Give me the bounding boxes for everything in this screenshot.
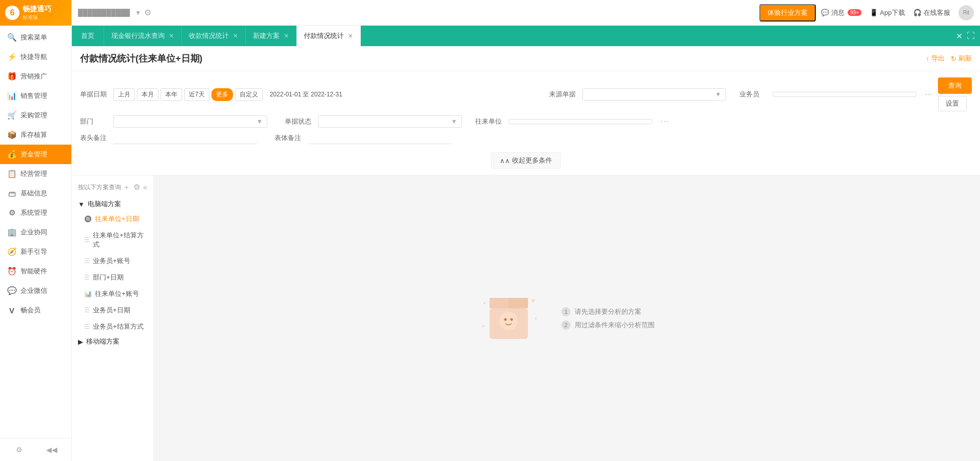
date-range-display: 2022-01-01 至 2022-12-31	[270, 90, 342, 99]
salesperson-select[interactable]	[773, 92, 916, 97]
sidebar-item-operations[interactable]: 📋 经营管理	[0, 164, 71, 184]
tab-home[interactable]: 首页	[72, 26, 104, 46]
tab-receipt-stats-close[interactable]: ✕	[233, 32, 238, 39]
date-btn-custom[interactable]: 自定义	[235, 88, 263, 101]
date-btn-this-year[interactable]: 本年	[161, 88, 182, 101]
basic-info-icon: 🗃	[7, 189, 16, 198]
trial-btn[interactable]: 体验行业方案	[759, 4, 816, 22]
salesperson-more-icon[interactable]: ···	[925, 90, 933, 99]
sidebar-item-hardware[interactable]: ⏰ 智能硬件	[0, 262, 71, 281]
tab-new-plan[interactable]: 新建方案 ✕	[246, 26, 297, 46]
sidebar-item-weixin[interactable]: 💬 企业微信	[0, 281, 71, 300]
scheme-item-radio-icon: 🔘	[84, 215, 92, 223]
scheme-item-salesperson-account[interactable]: ☰ 业务员+账号	[72, 253, 153, 269]
sidebar-item-marketing[interactable]: 🎁 营销推广	[0, 67, 71, 86]
dropdown-icon[interactable]: ▼	[135, 9, 141, 16]
scheme-section-desktop[interactable]: ▼ 电脑端方案	[72, 197, 153, 211]
top-gear-icon[interactable]: ⚙	[144, 8, 151, 17]
user-avatar[interactable]: Rit	[958, 5, 974, 21]
member-icon: V	[7, 306, 16, 315]
top-header-actions: 💬 消息 99+ 📱 App下载 🎧 在线客服 Rit	[821, 5, 974, 21]
tab-new-plan-label: 新建方案	[253, 31, 280, 41]
header-note-input[interactable]	[113, 132, 257, 144]
doc-status-select[interactable]: ▼	[318, 115, 462, 128]
body-note-input[interactable]	[308, 132, 452, 144]
date-buttons: 上月 本月 本年 近7天 更多 自定义	[113, 88, 263, 101]
funds-label: 资金管理	[21, 150, 47, 159]
purchase-icon: 🛒	[7, 111, 16, 120]
query-btn[interactable]: 查询	[938, 77, 972, 94]
source-label: 来源单据	[549, 90, 577, 99]
online-service-label: 在线客服	[924, 8, 950, 17]
sidebar-item-inventory[interactable]: 📦 库存核算	[0, 125, 71, 145]
messages-action[interactable]: 💬 消息 99+	[821, 8, 861, 17]
scheme-item-salesperson-date[interactable]: ☰ 业务员+日期	[72, 302, 153, 318]
refresh-icon: ↻	[951, 55, 956, 63]
step-2-text: 用过滤条件来缩小分析范围	[575, 320, 655, 330]
tab-maximize[interactable]: ⛶	[967, 31, 975, 41]
inventory-icon: 📦	[7, 130, 16, 139]
sidebar-item-quick-nav[interactable]: ⚡ 快捷导航	[0, 47, 71, 67]
date-btn-7days[interactable]: 近7天	[184, 88, 209, 101]
tab-bank-flow-close[interactable]: ✕	[169, 32, 174, 39]
avatar-text: Rit	[963, 10, 969, 15]
dept-label: 部门	[80, 117, 108, 126]
sidebar-item-enterprise[interactable]: 🏢 企业协同	[0, 223, 71, 242]
date-btn-last-month[interactable]: 上月	[113, 88, 135, 101]
scheme-item-salesperson-settle-label: 业务员+结算方式	[93, 322, 144, 331]
tab-bar: 首页 现金银行流水查询 ✕ 收款情况统计 ✕ 新建方案 ✕ 付款情况统计 ✕ ✕…	[72, 26, 980, 46]
source-select[interactable]: ▼	[582, 88, 726, 101]
sidebar-item-system[interactable]: ⚙ 系统管理	[0, 203, 71, 223]
partner-more-icon[interactable]: ···	[660, 117, 669, 126]
date-btn-more[interactable]: 更多	[211, 88, 233, 101]
date-btn-this-month[interactable]: 本月	[137, 88, 159, 101]
scheme-panel-title: 按以下方案查询	[78, 183, 121, 192]
refresh-btn[interactable]: ↻ 刷新	[951, 54, 972, 63]
scheme-item-partner-date[interactable]: 🔘 往来单位+日期	[72, 211, 153, 227]
dept-select[interactable]: ▼	[113, 115, 267, 128]
scheme-item-salesperson-settle[interactable]: ☰ 业务员+结算方式	[72, 318, 153, 335]
tab-receipt-stats[interactable]: 收款情况统计 ✕	[182, 26, 246, 46]
export-icon: ↑	[926, 55, 930, 63]
scheme-item-dept-date[interactable]: ☰ 部门+日期	[72, 269, 153, 286]
online-service-action[interactable]: 🎧 在线客服	[913, 8, 950, 17]
scheme-section-mobile[interactable]: ▶ 移动端方案	[72, 335, 153, 348]
tab-bank-flow[interactable]: 现金银行流水查询 ✕	[104, 26, 182, 46]
step-1-text: 请先选择要分析的方案	[575, 307, 641, 316]
query-wrap: 查询 设置	[938, 77, 972, 111]
sidebar-collapse-btn[interactable]: ◀◀	[38, 443, 67, 457]
tab-payment-stats[interactable]: 付款情况统计 ✕	[297, 26, 361, 46]
scheme-item-salesperson-account-label: 业务员+账号	[93, 256, 130, 266]
sidebar-item-purchase[interactable]: 🛒 采购管理	[0, 106, 71, 125]
sidebar-item-member[interactable]: V 畅会员	[0, 300, 71, 320]
sidebar-item-search-menu[interactable]: 🔍 搜索菜单	[0, 28, 71, 47]
filter-area: 单据日期 上月 本月 本年 近7天 更多 自定义 2022-01-01 至 20…	[72, 71, 980, 175]
collapse-btn-label: 收起更多条件	[512, 156, 552, 165]
tab-new-plan-close[interactable]: ✕	[284, 32, 289, 39]
desktop-section-label: 电脑端方案	[88, 199, 121, 209]
scheme-settings-icon[interactable]: ⚙	[133, 183, 140, 192]
tab-payment-stats-close[interactable]: ✕	[348, 32, 353, 39]
sidebar-brand: 畅捷通巧	[23, 5, 51, 14]
scheme-item-partner-settle[interactable]: ☰ 往来单位+结算方式	[72, 227, 153, 253]
sidebar-item-funds[interactable]: 💰 资金管理	[0, 145, 71, 164]
sales-label: 销售管理	[21, 91, 47, 101]
app-download-action[interactable]: 📱 App下载	[870, 8, 905, 17]
sidebar-item-guide[interactable]: 🧭 新手引导	[0, 242, 71, 262]
tab-close-all[interactable]: ✕	[956, 31, 963, 41]
partner-select[interactable]	[508, 119, 652, 124]
collapse-btn[interactable]: ∧∧ 收起更多条件	[491, 152, 561, 169]
sidebar-item-basic-info[interactable]: 🗃 基础信息	[0, 184, 71, 203]
scheme-item-list-icon-4: ☰	[84, 307, 90, 314]
basic-info-label: 基础信息	[21, 189, 47, 198]
sidebar-settings-btn[interactable]: ⚙	[5, 443, 34, 457]
sidebar-item-sales[interactable]: 📊 销售管理	[0, 86, 71, 106]
scheme-collapse-icon[interactable]: «	[143, 183, 147, 192]
scheme-add-icon[interactable]: ＋	[123, 183, 130, 192]
settings-btn[interactable]: 设置	[938, 96, 967, 111]
purchase-label: 采购管理	[21, 111, 47, 120]
guide-icon: 🧭	[7, 247, 16, 256]
scheme-item-partner-account[interactable]: 📊 往来单位+账号	[72, 286, 153, 302]
export-btn[interactable]: ↑ 导出	[926, 54, 945, 63]
sidebar-collapse-icon: ◀◀	[46, 446, 57, 454]
